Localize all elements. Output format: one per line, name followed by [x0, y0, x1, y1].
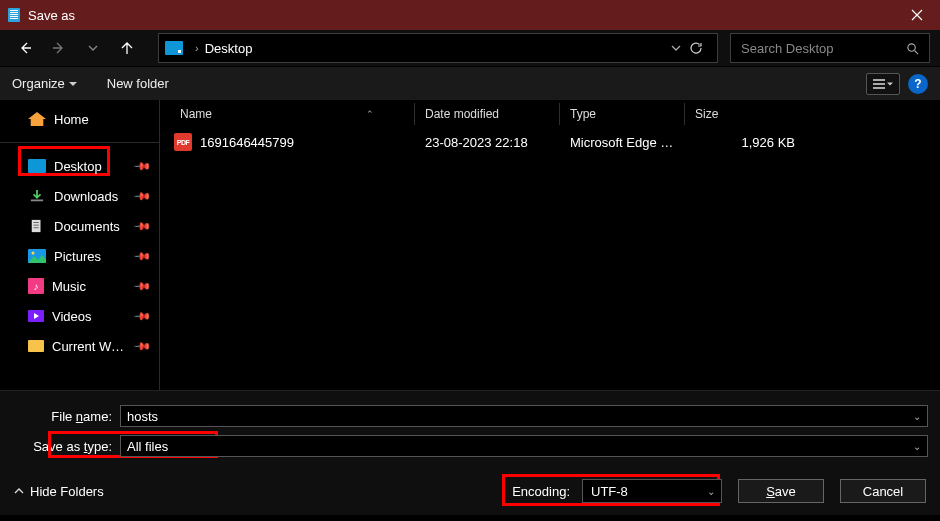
file-size: 1,926 KB	[685, 135, 835, 150]
desktop-icon	[28, 159, 46, 173]
pin-icon: 📌	[132, 186, 151, 205]
pin-icon: 📌	[132, 246, 151, 265]
sidebar-item-label: Home	[54, 112, 89, 127]
arrow-right-icon	[51, 40, 67, 56]
pdf-icon: PDF	[174, 133, 192, 151]
chevron-down-icon[interactable]: ⌄	[913, 411, 921, 422]
save-button[interactable]: Save	[738, 479, 824, 503]
up-button[interactable]	[112, 33, 142, 63]
filename-label: File name:	[12, 409, 120, 424]
address-bar[interactable]: › Desktop	[158, 33, 718, 63]
arrow-left-icon	[17, 40, 33, 56]
encoding-combo[interactable]: UTF-8 ⌄	[582, 479, 722, 503]
close-button[interactable]	[894, 0, 940, 30]
sidebar-item-label: Current Work	[52, 339, 124, 354]
column-name[interactable]: Name⌃	[160, 103, 415, 125]
file-date: 23-08-2023 22:18	[415, 135, 560, 150]
back-button[interactable]	[10, 33, 40, 63]
downloads-icon	[28, 189, 46, 203]
sidebar-item-desktop[interactable]: Desktop 📌	[0, 151, 159, 181]
app-icon	[8, 8, 20, 22]
folder-icon	[28, 340, 44, 352]
forward-button[interactable]	[44, 33, 74, 63]
sidebar-item-home[interactable]: Home	[0, 104, 159, 134]
sidebar-item-label: Desktop	[54, 159, 102, 174]
sidebar-item-documents[interactable]: Documents 📌	[0, 211, 159, 241]
saveas-combo[interactable]: All files ⌄	[120, 435, 928, 457]
sidebar: Home Desktop 📌 Downloads 📌 Documents 📌 P…	[0, 100, 160, 390]
pin-icon: 📌	[132, 306, 151, 325]
recent-button[interactable]	[78, 33, 108, 63]
sidebar-item-downloads[interactable]: Downloads 📌	[0, 181, 159, 211]
navbar: › Desktop Search Desktop	[0, 30, 940, 66]
search-input[interactable]: Search Desktop	[730, 33, 930, 63]
sidebar-item-label: Documents	[54, 219, 120, 234]
refresh-button[interactable]	[681, 41, 711, 55]
chevron-down-icon[interactable]: ⌄	[707, 486, 715, 497]
toolbar: Organize New folder ?	[0, 66, 940, 100]
chevron-down-icon	[671, 43, 681, 53]
list-view-icon	[873, 79, 885, 89]
organize-button[interactable]: Organize	[12, 76, 77, 91]
cancel-button[interactable]: Cancel	[840, 479, 926, 503]
sidebar-item-label: Videos	[52, 309, 92, 324]
column-size[interactable]: Size	[685, 103, 835, 125]
chevron-up-icon	[14, 486, 24, 496]
hide-folders-button[interactable]: Hide Folders	[14, 484, 104, 499]
main-area: Home Desktop 📌 Downloads 📌 Documents 📌 P…	[0, 100, 940, 390]
svg-point-0	[908, 43, 915, 50]
pin-icon: 📌	[132, 336, 151, 355]
sidebar-item-label: Downloads	[54, 189, 118, 204]
titlebar: Save as	[0, 0, 940, 30]
arrow-up-icon	[119, 40, 135, 56]
pin-icon: 📌	[132, 276, 151, 295]
chevron-down-icon[interactable]: ⌄	[913, 441, 921, 452]
caret-down-icon	[887, 81, 893, 87]
svg-point-3	[32, 252, 35, 255]
search-placeholder: Search Desktop	[741, 41, 906, 56]
view-button[interactable]	[866, 73, 900, 95]
sidebar-item-music[interactable]: ♪ Music 📌	[0, 271, 159, 301]
path-dropdown[interactable]	[671, 41, 681, 56]
form-area: File name: hosts ⌄ Save as type: All fil…	[0, 390, 940, 469]
file-row[interactable]: PDF 1691646445799 23-08-2023 22:18 Micro…	[160, 126, 940, 158]
close-icon	[911, 9, 923, 21]
window-title: Save as	[28, 8, 894, 23]
sidebar-item-videos[interactable]: Videos 📌	[0, 301, 159, 331]
path-separator-icon: ›	[195, 42, 199, 54]
pin-icon: 📌	[132, 216, 151, 235]
file-type: Microsoft Edge P...	[560, 135, 685, 150]
sidebar-item-pictures[interactable]: Pictures 📌	[0, 241, 159, 271]
organize-label: Organize	[12, 76, 65, 91]
column-headers: Name⌃ Date modified Type Size	[160, 100, 940, 126]
column-date[interactable]: Date modified	[415, 103, 560, 125]
music-icon: ♪	[28, 278, 44, 294]
chevron-down-icon	[88, 43, 98, 53]
refresh-icon	[689, 41, 703, 55]
new-folder-button[interactable]: New folder	[107, 76, 169, 91]
svg-rect-1	[32, 220, 41, 232]
bottom-bar: Hide Folders Encoding: UTF-8 ⌄ Save Canc…	[0, 469, 940, 515]
file-name: 1691646445799	[200, 135, 294, 150]
caret-down-icon	[69, 80, 77, 88]
file-list: Name⌃ Date modified Type Size PDF 169164…	[160, 100, 940, 390]
videos-icon	[28, 310, 44, 322]
sort-asc-icon: ⌃	[366, 109, 374, 119]
path-location: Desktop	[205, 41, 253, 56]
filename-input[interactable]: hosts ⌄	[120, 405, 928, 427]
sidebar-item-label: Music	[52, 279, 86, 294]
sidebar-item-label: Pictures	[54, 249, 101, 264]
search-icon	[906, 42, 919, 55]
location-icon	[165, 41, 183, 55]
documents-icon	[28, 219, 46, 233]
help-button[interactable]: ?	[908, 74, 928, 94]
sidebar-item-current-work[interactable]: Current Work 📌	[0, 331, 159, 361]
pictures-icon	[28, 249, 46, 263]
column-type[interactable]: Type	[560, 103, 685, 125]
new-folder-label: New folder	[107, 76, 169, 91]
home-icon	[28, 112, 46, 126]
pin-icon: 📌	[132, 156, 151, 175]
